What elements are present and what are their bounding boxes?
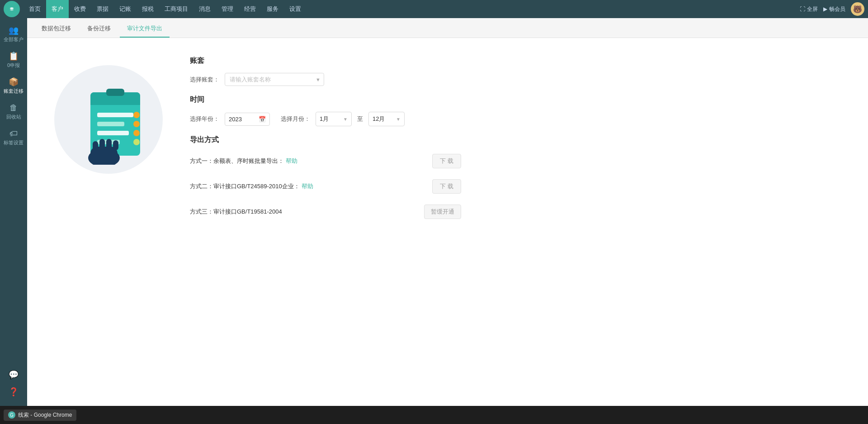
time-section-title: 时间: [190, 95, 461, 105]
all-clients-icon: 👥: [9, 26, 19, 34]
time-select-row: 选择年份： 2023 📅 选择月份： 1月 ▼ 至 12月 ▼: [190, 112, 461, 126]
svg-rect-16: [99, 139, 105, 150]
tab-data-migrate[interactable]: 数据包迁移: [34, 20, 78, 38]
end-month-select[interactable]: 12月 ▼: [368, 112, 405, 126]
sidebar-item-all-clients[interactable]: 👥 全部客户: [0, 22, 27, 48]
time-separator: 至: [357, 115, 363, 123]
fullscreen-icon: ⛶: [800, 6, 805, 12]
nav-manage[interactable]: 管理: [216, 0, 239, 18]
chat-icon: 💬: [9, 371, 19, 379]
tab-backup-migrate[interactable]: 备份迁移: [80, 20, 118, 38]
sidebar-item-zero-declare[interactable]: 📋 0申报: [0, 48, 27, 73]
sidebar-item-recycle[interactable]: 🗑 回收站: [0, 99, 27, 125]
export-method-2: 方式二：审计接口GB/T24589-2010企业： 帮助 下 载: [190, 179, 461, 194]
svg-rect-5: [97, 113, 133, 117]
svg-rect-17: [106, 139, 112, 150]
sidebar-bottom: 💬 ❓: [0, 366, 27, 406]
sidebar-item-account-migrate-label: 账套迁移: [4, 88, 24, 95]
chrome-icon: G: [8, 411, 15, 419]
sidebar-item-help[interactable]: ❓: [0, 383, 27, 400]
nav-business[interactable]: 工商项目: [159, 0, 193, 18]
recycle-icon: 🗑: [9, 104, 18, 112]
year-value: 2023: [229, 116, 242, 123]
sidebar-item-chat[interactable]: 💬: [0, 366, 27, 383]
svg-rect-15: [93, 141, 98, 151]
svg-point-9: [133, 112, 140, 118]
start-month-select[interactable]: 1月 ▼: [316, 112, 352, 126]
avatar[interactable]: 🐻: [851, 2, 864, 16]
export-method-1-download-button[interactable]: 下 载: [432, 154, 461, 168]
end-month-value: 12月: [373, 115, 385, 123]
content-area: 数据包迁移 备份迁移 审计文件导出: [27, 18, 868, 406]
fullscreen-button[interactable]: ⛶ 全屏: [800, 5, 818, 13]
account-migrate-icon: 📦: [9, 78, 19, 86]
account-select-input[interactable]: [225, 73, 324, 86]
tab-audit-export[interactable]: 审计文件导出: [120, 20, 170, 38]
export-method-3: 方式三：审计接口GB/T19581-2004 暂缓开通: [190, 205, 461, 219]
svg-rect-18: [113, 140, 118, 150]
sidebar-item-tag-settings-label: 标签设置: [4, 139, 24, 146]
svg-rect-6: [97, 122, 124, 126]
tag-settings-icon: 🏷: [9, 129, 18, 138]
export-method-2-label: 方式二：审计接口GB/T24589-2010企业：: [190, 182, 300, 191]
sidebar-item-recycle-label: 回收站: [6, 114, 21, 120]
nav-service[interactable]: 服务: [261, 0, 284, 18]
form-area: 账套 选择账套： ▼ 时间 选择年份： 2023 📅 选择月份: [190, 56, 461, 388]
tabs-bar: 数据包迁移 备份迁移 审计文件导出: [27, 18, 868, 38]
account-chevron-icon: ▼: [316, 77, 321, 82]
export-method-2-download-button[interactable]: 下 载: [432, 179, 461, 194]
year-input[interactable]: 2023 📅: [225, 113, 270, 126]
sidebar-item-tag-settings[interactable]: 🏷 标签设置: [0, 125, 27, 151]
export-method-3-label: 方式三：审计接口GB/T19581-2004: [190, 208, 282, 216]
main-layout: 👥 全部客户 📋 0申报 📦 账套迁移 🗑 回收站 🏷 标签设置 💬 ❓: [0, 18, 868, 406]
nav-home[interactable]: 首页: [24, 0, 46, 18]
export-method-1: 方式一：余额表、序时账批量导出： 帮助 下 载: [190, 154, 461, 168]
nav-invoice[interactable]: 票据: [91, 0, 114, 18]
taskbar-chrome-label: 线索 - Google Chrome: [18, 411, 72, 419]
vip-label: 畅会员: [829, 5, 845, 13]
nav-fees[interactable]: 收费: [69, 0, 91, 18]
top-nav: 首页 客户 收费 票据 记账 报税 工商项目 消息 管理 经营 服务 设置 ⛶ …: [0, 0, 868, 18]
vip-icon: ▶: [823, 6, 827, 12]
zero-declare-icon: 📋: [9, 52, 19, 60]
svg-point-11: [133, 130, 140, 136]
start-month-chevron-icon: ▼: [343, 117, 348, 122]
nav-tax[interactable]: 报税: [137, 0, 159, 18]
sidebar-item-account-migrate[interactable]: 📦 账套迁移: [0, 73, 27, 99]
nav-settings[interactable]: 设置: [284, 0, 307, 18]
fullscreen-label: 全屏: [807, 5, 818, 13]
month-label: 选择月份：: [281, 115, 310, 123]
illustration-svg: [68, 74, 149, 165]
sidebar-item-zero-declare-label: 0申报: [7, 62, 20, 69]
vip-button[interactable]: ▶ 畅会员: [823, 5, 845, 13]
nav-message[interactable]: 消息: [193, 0, 216, 18]
svg-point-10: [133, 121, 140, 127]
nav-accounting[interactable]: 记账: [114, 0, 137, 18]
calendar-icon: 📅: [259, 116, 266, 123]
account-section-title: 账套: [190, 56, 461, 66]
account-select-row: 选择账套： ▼: [190, 73, 461, 86]
svg-rect-7: [97, 131, 129, 135]
export-method-2-help-link[interactable]: 帮助: [302, 182, 313, 191]
nav-items: 首页 客户 收费 票据 记账 报税 工商项目 消息 管理 经营 服务 设置: [24, 0, 800, 18]
taskbar-chrome-item[interactable]: G 线索 - Google Chrome: [4, 410, 76, 421]
start-month-value: 1月: [320, 115, 329, 123]
end-month-chevron-icon: ▼: [396, 117, 401, 122]
svg-point-12: [133, 139, 140, 145]
nav-operation[interactable]: 经营: [239, 0, 261, 18]
nav-client[interactable]: 客户: [46, 0, 69, 18]
illustration-area: [54, 56, 163, 388]
logo: [4, 1, 20, 17]
page-content: 账套 选择账套： ▼ 时间 选择年份： 2023 📅 选择月份: [27, 38, 868, 406]
export-section-title: 导出方式: [190, 135, 461, 145]
sidebar: 👥 全部客户 📋 0申报 📦 账套迁移 🗑 回收站 🏷 标签设置 💬 ❓: [0, 18, 27, 406]
svg-rect-3: [90, 99, 140, 105]
export-method-3-vip-button[interactable]: 暂缓开通: [424, 205, 461, 219]
sidebar-item-all-clients-label: 全部客户: [4, 36, 24, 43]
account-select-label: 选择账套：: [190, 76, 219, 84]
export-method-1-label: 方式一：余额表、序时账批量导出：: [190, 157, 284, 165]
year-label: 选择年份：: [190, 115, 219, 123]
taskbar: G 线索 - Google Chrome: [0, 406, 868, 424]
illustration-circle: [54, 65, 163, 174]
export-method-1-help-link[interactable]: 帮助: [286, 157, 297, 165]
